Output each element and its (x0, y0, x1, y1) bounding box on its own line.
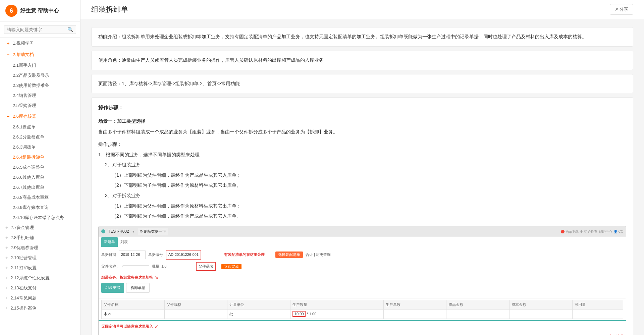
ss-count-label: 批量: 1/6 (152, 263, 166, 270)
intro-text: 功能介绍：组装拆卸单用来处理企业组装或拆卸等加工业务，支持有固定装配清单的产品加… (98, 33, 626, 41)
sidebar-item-2-6-10[interactable]: 2.6.10库存账本错了怎么办 (0, 213, 80, 223)
sidebar-item-2-6-6[interactable]: 2.6.6其他入库单 (0, 172, 80, 182)
sidebar-item-2-7[interactable]: + 2.7资金管理 (0, 223, 80, 233)
ss-parent-field-box: 父件品名 (196, 262, 216, 271)
sidebar-item-2-6-9[interactable]: 2.6.9库存账本查询 (0, 203, 80, 213)
ss-parent-table: 父件名称 父件规格 计量单位 生产数量 生产单数 成品金额 成本金额 可用量 (101, 300, 623, 319)
ss-tab-list-label: 列表 (120, 238, 128, 245)
ss-th-5: 生产单数 (383, 300, 446, 310)
ss-number-label: 单据编号 (148, 251, 163, 258)
ss-th-7: 成本金额 (509, 300, 572, 310)
intro-block: 功能介绍：组装拆卸单用来处理企业组装或拆卸等加工业务，支持有固定装配清单的产品加… (91, 27, 633, 47)
path-block: 页面路径：1、库存核算->库存管理->组装拆卸单 2、首页->常用功能 (91, 74, 633, 94)
topbar: 组装拆卸单 ↗ 分享 (80, 0, 644, 19)
plus-icon-2-8: + (5, 235, 8, 240)
ss-arrow3: ↘ (154, 273, 158, 282)
sidebar-item-2[interactable]: − 2.帮助文档 (0, 49, 80, 60)
ss-annotation1: 有装配清单的在这里处理 (224, 251, 265, 258)
screenshot-container: TEST-H002 ▼ ⟳ 刷新数据一下 🔴App下载 ⚙ 初始检查 帮助中心 … (98, 226, 626, 335)
ss-td-6 (446, 310, 509, 319)
ss-td-7 (509, 310, 572, 319)
ss-td-8 (572, 310, 623, 319)
ss-lower-section: 无固定清单可以随意在这里录入 ↙ 启用处理 子件名称 规格型号 (99, 320, 626, 335)
sidebar-item-2-3[interactable]: 2.3使用前数据准备 (0, 80, 80, 91)
ss-select-btn[interactable]: 选择装配清单 (275, 252, 303, 258)
ss-upper-table: 父件名称 父件规格 计量单位 生产数量 生产单数 成品金额 成本金额 可用量 (99, 298, 626, 320)
step3: 3、对于拆装业务 (98, 191, 626, 200)
steps-block: 操作步骤： 场景一：加工类型选择 当由多个子件材料组装成一个成品的业务为【组装】… (91, 97, 633, 335)
steps-title: 操作步骤： (98, 103, 626, 113)
sidebar-item-1-label: 1.视频学习 (13, 40, 34, 46)
ss-type-row: 组装单据 拆卸单据 (101, 283, 623, 293)
plus-icon-2-9: + (5, 245, 8, 250)
plus-icon-2-12: + (5, 275, 8, 280)
sidebar-item-2-4[interactable]: 2.4销售管理 (0, 91, 80, 101)
ss-date-value[interactable]: 2019-12-26 (119, 250, 146, 259)
ss-date-label: 单据日期 (101, 251, 116, 258)
plus-icon-2-11: + (5, 265, 8, 270)
step2-2: （2）下部明细为子件明细，最终作为原材料生成其它出库单。 (98, 181, 626, 190)
search-input[interactable] (7, 27, 67, 32)
search-area: 🔍 (0, 22, 80, 38)
sidebar-item-2-6-5[interactable]: 2.6.5成本调整单 (0, 162, 80, 172)
ss-annotation5: 无固定清单可以随意在这里录入 (101, 323, 153, 330)
sidebar-item-2-8[interactable]: + 2.8手机旺铺 (0, 233, 80, 243)
ss-td-5 (383, 310, 446, 319)
sidebar-item-2-12[interactable]: + 2.12系统个性化设置 (0, 273, 80, 283)
sidebar-item-2-6-8[interactable]: 2.6.8商品成本重算 (0, 192, 80, 203)
sidebar-item-2-6[interactable]: − 2.6库存核算 (0, 111, 80, 122)
ss-type-btn-1[interactable]: 组装单据 (101, 283, 124, 293)
sidebar-item-2-6-1[interactable]: 2.6.1盘点单 (0, 122, 80, 132)
step3-1: （1）上部明细为父件明细，最终作为原材料生成其它出库单； (98, 202, 626, 211)
sidebar-item-2-13[interactable]: + 2.13在线支付 (0, 283, 80, 293)
plus-icon-2-13: + (5, 285, 8, 290)
sidebar-item-2-6-7[interactable]: 2.6.7其他出库单 (0, 182, 80, 192)
sidebar-item-1[interactable]: + 1.视频学习 (0, 38, 80, 49)
ss-title: TEST-H002 (108, 228, 129, 235)
ss-th-4: 生产数量 (290, 300, 383, 310)
ss-td-1: 木木 (102, 310, 165, 319)
sidebar-item-2-5[interactable]: 2.5采购管理 (0, 101, 80, 111)
scenario1-desc: 当由多个子件材料组装成一个成品的业务为【组装】业务，当由一个父件拆分成多个子产品… (98, 127, 626, 136)
ss-sublabel: 父件名称： (101, 263, 120, 270)
plus-icon: + (5, 41, 11, 46)
ss-tab-list[interactable]: 列表 (118, 237, 130, 247)
search-icon[interactable]: 🔍 (67, 27, 73, 32)
share-button[interactable]: ↗ 分享 (610, 4, 633, 15)
step2-1: （1）上部明细为父件明细，最终作为产成品生成其它入库单； (98, 171, 626, 180)
role-block: 使用角色：通常由生产人员或库管人员完成拆装业务的操作，库管人员确认原材料的出库和… (91, 51, 633, 70)
ss-type-btn-2[interactable]: 拆卸单据 (126, 283, 150, 293)
ss-annotation5-row: 无固定清单可以随意在这里录入 ↙ (101, 322, 158, 331)
steps-content: 操作步骤： 场景一：加工类型选择 当由多个子件材料组装成一个成品的业务为【组装】… (98, 103, 626, 335)
step3-2: （2）下部明细为子件明细，最终作为产成品生成其它入库单。 (98, 212, 626, 221)
path-text: 页面路径：1、库存核算->库存管理->组装拆卸单 2、首页->常用功能 (98, 80, 626, 88)
scenario1-title: 场景一：加工类型选择 (98, 117, 626, 126)
plus-icon-2-14: + (5, 295, 8, 300)
plus-icon-2-7: + (5, 225, 8, 230)
search-wrapper[interactable]: 🔍 (4, 25, 76, 34)
sidebar-item-2-6-2[interactable]: 2.6.2分量盘点单 (0, 132, 80, 142)
sidebar-item-2-10[interactable]: + 2.10经营管理 (0, 253, 80, 263)
sidebar-item-2-6-3[interactable]: 2.6.3调拨单 (0, 142, 80, 152)
page-title: 组装拆卸单 (91, 4, 128, 14)
ss-tab-new[interactable]: 新建单 (101, 237, 118, 247)
sidebar-item-2-11[interactable]: + 2.11打印设置 (0, 263, 80, 273)
share-icon: ↗ (615, 7, 618, 12)
nav-section: + 1.视频学习 − 2.帮助文档 2.1新手入门 2.2产品安装及登录 2.3… (0, 38, 80, 313)
sidebar-item-2-2[interactable]: 2.2产品安装及登录 (0, 70, 80, 80)
ss-arrow5: ↙ (154, 322, 158, 331)
sidebar-item-2-14[interactable]: + 2.14常见问题 (0, 293, 80, 303)
sidebar-item-2-9[interactable]: + 2.9优惠券管理 (0, 243, 80, 253)
sidebar-item-2-1[interactable]: 2.1新手入门 (0, 60, 80, 70)
ss-th-6: 成品金额 (446, 300, 509, 310)
ss-parent-input[interactable] (122, 265, 149, 267)
ss-form-row-1: 单据日期 2019-12-26 单据编号 AD-20191226-001 有装配… (101, 250, 623, 260)
ss-confirm-btn[interactable]: 立即完成 (221, 262, 241, 271)
sidebar-item-2-6-4[interactable]: 2.6.4组装拆卸单 (0, 152, 80, 162)
sidebar-item-2-15[interactable]: + 2.15操作案例 (0, 303, 80, 313)
ss-td-4: 10.00 * 1.00 (290, 310, 383, 319)
ss-th-8: 可用量 (572, 300, 623, 310)
ss-td-3: 批 (227, 310, 290, 319)
ss-number-value[interactable]: AD-20191226-001 (166, 250, 201, 260)
sidebar: 6 好生意 帮助中心 🔍 + 1.视频学习 − 2.帮助文档 2.1新手入门 2… (0, 0, 80, 335)
